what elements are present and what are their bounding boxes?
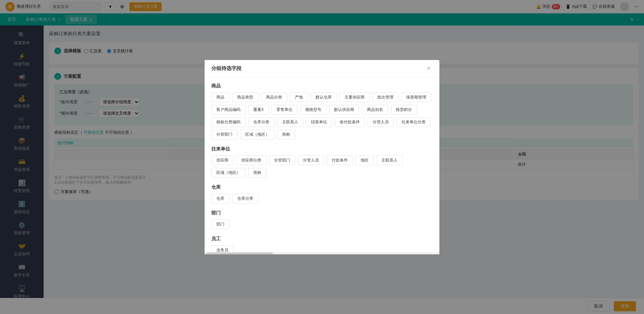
section-goods: 商品 商品 商品类型 商品分类 产地 默认仓库 主要供应商 批次管理 保质期管理… xyxy=(211,83,433,139)
dept-tags: 部门 xyxy=(211,219,433,229)
section-dept-title: 部门 xyxy=(211,210,433,216)
field-tag-batch-mgmt[interactable]: 批次管理 xyxy=(372,92,398,102)
section-partner-title: 往来单位 xyxy=(211,146,433,152)
field-tag-goods-type[interactable]: 商品类型 xyxy=(232,92,258,102)
field-tag-manager[interactable]: 分管人员 xyxy=(368,117,394,127)
modal-header: 分组待选字段 × xyxy=(205,60,439,78)
field-tag-short-name[interactable]: 简称 xyxy=(277,130,295,139)
field-tag-warehouse-category[interactable]: 仓库分类 xyxy=(248,117,274,127)
field-tag-goods[interactable]: 商品 xyxy=(211,92,229,102)
field-tag-settlement-unit[interactable]: 结算单位 xyxy=(306,117,332,127)
field-tag-partner-short[interactable]: 简称 xyxy=(248,168,266,178)
scrollbar-thumb xyxy=(206,252,273,254)
field-tag-default-warehouse[interactable]: 默认仓库 xyxy=(311,92,337,102)
field-tag-customer-code[interactable]: 客户商品编码 xyxy=(211,105,246,115)
field-tag-partner-dept[interactable]: 分管部门 xyxy=(269,155,295,165)
warehouse-tags: 仓库 仓库分类 xyxy=(211,194,433,203)
section-employee: 员工 业务员 xyxy=(211,236,433,252)
modal-title: 分组待选字段 xyxy=(211,65,241,72)
section-dept: 部门 部门 xyxy=(211,210,433,229)
field-tag-goods-category[interactable]: 商品分类 xyxy=(261,92,287,102)
field-tag-region[interactable]: 区域（地区） xyxy=(240,130,274,139)
field-tag-supplier-category[interactable]: 供应商分类 xyxy=(236,155,266,165)
field-tag-partner-category[interactable]: 往来单位分类 xyxy=(396,117,431,127)
goods-tags: 商品 商品类型 商品分类 产地 默认仓库 主要供应商 批次管理 保质期管理 客户… xyxy=(211,92,433,139)
field-tag-spec-model[interactable]: 规格型号 xyxy=(300,105,326,115)
field-tag-dept-mgmt[interactable]: 分管部门 xyxy=(211,130,237,139)
section-partner: 往来单位 供应商 供应商分类 分管部门 分管人员 付款条件 地区 主联系人 区域… xyxy=(211,146,433,178)
field-tag-pick-points[interactable]: 拣货积分 xyxy=(391,105,417,115)
field-tag-area[interactable]: 地区 xyxy=(356,155,374,165)
field-tag-weight3[interactable]: 重量3 xyxy=(248,105,269,115)
field-tag-main-contact[interactable]: 主联系人 xyxy=(277,117,303,127)
modal-overlay: 分组待选字段 × 商品 商品 商品类型 商品分类 产地 默认仓库 主要供应商 批… xyxy=(0,0,644,314)
field-tag-tax-code[interactable]: 税收分类编码 xyxy=(211,117,246,127)
field-tag-partner-contact[interactable]: 主联系人 xyxy=(376,155,402,165)
field-tag-partner-manager[interactable]: 分管人员 xyxy=(298,155,324,165)
modal-scrollbar[interactable] xyxy=(205,252,439,254)
field-tag-goods-alias[interactable]: 商品别名 xyxy=(362,105,388,115)
partner-tags: 供应商 供应商分类 分管部门 分管人员 付款条件 地区 主联系人 区域（地区） … xyxy=(211,155,433,178)
field-tag-origin[interactable]: 产地 xyxy=(290,92,308,102)
section-employee-title: 员工 xyxy=(211,236,433,242)
field-tag-salesperson[interactable]: 业务员 xyxy=(211,245,233,252)
field-tag-payment-condition[interactable]: 付款条件 xyxy=(327,155,353,165)
section-goods-title: 商品 xyxy=(211,83,433,89)
field-tag-warehouse-cat[interactable]: 仓库分类 xyxy=(232,194,258,203)
modal-close-button[interactable]: × xyxy=(425,65,433,73)
section-warehouse: 仓库 仓库 仓库分类 xyxy=(211,184,433,203)
field-tag-supplier[interactable]: 供应商 xyxy=(211,155,233,165)
field-tag-default-supplier[interactable]: 默认供应商 xyxy=(329,105,359,115)
field-tag-dept[interactable]: 部门 xyxy=(211,219,229,229)
field-tag-partner-region[interactable]: 区域（地区） xyxy=(211,168,246,178)
field-select-modal: 分组待选字段 × 商品 商品 商品类型 商品分类 产地 默认仓库 主要供应商 批… xyxy=(205,60,439,254)
field-tag-shelf-life-mgmt[interactable]: 保质期管理 xyxy=(401,92,431,102)
field-tag-warehouse[interactable]: 仓库 xyxy=(211,194,229,203)
field-tag-retail-unit[interactable]: 零售单位 xyxy=(271,105,298,115)
field-tag-main-supplier[interactable]: 主要供应商 xyxy=(339,92,370,102)
field-tag-payment-terms[interactable]: 收付款条件 xyxy=(335,117,365,127)
modal-body: 商品 商品 商品类型 商品分类 产地 默认仓库 主要供应商 批次管理 保质期管理… xyxy=(205,78,439,252)
employee-tags: 业务员 xyxy=(211,245,433,252)
section-warehouse-title: 仓库 xyxy=(211,184,433,190)
